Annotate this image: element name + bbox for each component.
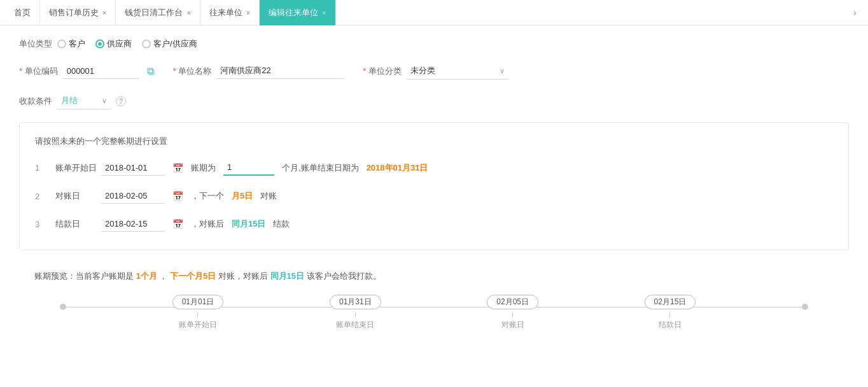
tab-arrow[interactable]: › — [847, 8, 863, 18]
preview-suffix: 该客户会给我打款。 — [307, 271, 381, 281]
timeline-label-1: 01月01日 — [172, 295, 224, 309]
tab-sales-history[interactable]: 销售订单历史 × — [40, 0, 116, 25]
timeline-wrapper: 01月01日 账单开始日 01月31日 账单结束日 02月05日 对账日 — [34, 295, 834, 330]
period-num-input-1[interactable] — [223, 160, 274, 176]
timeline-sublabel-4: 结款日 — [659, 320, 682, 330]
unit-category-select[interactable]: 未分类 ∨ — [407, 62, 508, 80]
timeline-label-3: 02月05日 — [487, 295, 538, 309]
period-num-3: 3 — [35, 220, 48, 229]
calendar-icon-1[interactable]: 📅 — [172, 163, 183, 173]
radio-both[interactable]: 客户/供应商 — [142, 38, 197, 50]
unit-code-input[interactable] — [63, 64, 139, 79]
timeline: 01月01日 账单开始日 01月31日 账单结束日 02月05日 对账日 — [60, 295, 808, 330]
tab-partner-close[interactable]: × — [246, 9, 250, 17]
timeline-label-2: 01月31日 — [330, 295, 381, 309]
radio-supplier-label: 供应商 — [107, 38, 132, 50]
main-content: 单位类型 客户 供应商 客户/供应商 单位编码 ⧉ — [0, 25, 868, 387]
period-text-2b: 对账 — [260, 190, 277, 202]
preview-p2: 下一个月5日 — [170, 271, 216, 281]
timeline-dot-start — [60, 304, 66, 310]
unit-code-label: 单位编码 — [19, 66, 58, 77]
period-label-3: 结款日 — [55, 218, 94, 230]
unit-name-label: 单位名称 — [173, 66, 212, 77]
timeline-dot-end — [802, 304, 808, 310]
timeline-tick-2 — [355, 312, 356, 317]
payment-row: 收款条件 月结 ∨ ? — [19, 92, 849, 109]
preview-prefix: 账期预览：当前客户账期是 — [34, 271, 134, 281]
timeline-point-4: 02月15日 结款日 — [645, 295, 696, 330]
help-icon[interactable]: ? — [116, 96, 126, 106]
calendar-icon-2[interactable]: 📅 — [172, 191, 183, 201]
radio-supplier-circle — [95, 39, 104, 48]
period-card-title: 请按照未来的一个完整帐期进行设置 — [35, 136, 833, 147]
period-num-1: 1 — [35, 163, 48, 172]
preview-sep1: ， — [159, 271, 167, 281]
radio-customer[interactable]: 客户 — [57, 38, 85, 50]
period-text-2a: ，下一个 — [191, 190, 224, 202]
period-date-input-1[interactable] — [101, 160, 165, 176]
tab-bar: 首页 销售订单历史 × 钱货日清工作台 × 往来单位 × 编辑往来单位 × › — [0, 0, 868, 25]
timeline-end-dot — [802, 295, 808, 310]
period-highlight-3: 同月15日 — [232, 218, 265, 230]
radio-customer-circle — [57, 39, 66, 48]
period-highlight-2: 月5日 — [232, 190, 253, 202]
preview-sep2: 对账，对账后 — [218, 271, 268, 281]
unit-category-value: 未分类 — [410, 65, 497, 76]
unit-code-group: 单位编码 ⧉ — [19, 64, 154, 79]
timeline-tick-4 — [669, 312, 670, 317]
period-num-2: 2 — [35, 192, 48, 201]
period-row-3: 3 结款日 📅 ，对账后 同月15日 结款 — [35, 216, 833, 232]
period-text-3b: 结款 — [273, 218, 290, 230]
tab-sales-history-label: 销售订单历史 — [49, 7, 99, 18]
payment-select[interactable]: 月结 ∨ — [57, 92, 111, 109]
timeline-start-dot — [60, 295, 66, 310]
preview-p3: 同月15日 — [270, 271, 304, 281]
unit-name-input[interactable] — [216, 64, 344, 79]
tab-cashflow[interactable]: 钱货日清工作台 × — [116, 0, 200, 25]
tab-cashflow-close[interactable]: × — [186, 9, 190, 17]
timeline-sublabel-1: 账单开始日 — [179, 320, 217, 330]
tab-partner-label: 往来单位 — [209, 7, 242, 18]
unit-category-label: 单位分类 — [363, 66, 402, 77]
timeline-point-1: 01月01日 账单开始日 — [172, 295, 224, 330]
period-card: 请按照未来的一个完整帐期进行设置 1 账单开始日 📅 账期为 个月,账单结束日期… — [19, 122, 849, 250]
timeline-sublabel-2: 账单结束日 — [336, 320, 374, 330]
tab-home[interactable]: 首页 — [5, 0, 40, 25]
period-date-input-3[interactable] — [101, 216, 165, 232]
period-date-input-2[interactable] — [101, 188, 165, 204]
timeline-label-4: 02月15日 — [645, 295, 696, 309]
tab-edit-partner-close[interactable]: × — [322, 9, 326, 17]
unit-type-row: 单位类型 客户 供应商 客户/供应商 — [19, 38, 849, 50]
timeline-sublabel-3: 对账日 — [501, 320, 524, 330]
payment-label: 收款条件 — [19, 95, 52, 107]
period-row-1: 1 账单开始日 📅 账期为 个月,账单结束日期为 2018年01月31日 — [35, 160, 833, 176]
radio-supplier[interactable]: 供应商 — [95, 38, 132, 50]
period-label-1: 账单开始日 — [55, 162, 94, 174]
period-text-3a: ，对账后 — [191, 218, 224, 230]
timeline-point-2: 01月31日 账单结束日 — [330, 295, 381, 330]
unit-type-group: 单位类型 客户 供应商 客户/供应商 — [19, 38, 197, 50]
tab-home-label: 首页 — [14, 7, 31, 18]
period-label-2: 对账日 — [55, 190, 94, 202]
payment-value: 月结 — [61, 95, 99, 106]
unit-name-group: 单位名称 — [173, 64, 344, 79]
unit-category-group: 单位分类 未分类 ∨ — [363, 62, 508, 80]
payment-group: 收款条件 月结 ∨ ? — [19, 92, 126, 109]
preview-p1: 1个月 — [136, 271, 157, 281]
payment-chevron-icon: ∨ — [102, 97, 107, 105]
period-end-date-1: 2018年01月31日 — [367, 162, 428, 174]
radio-both-label: 客户/供应商 — [153, 38, 197, 50]
category-chevron-icon: ∨ — [500, 67, 505, 75]
copy-icon[interactable]: ⧉ — [147, 66, 154, 77]
radio-group: 客户 供应商 客户/供应商 — [57, 38, 197, 50]
tab-sales-history-close[interactable]: × — [102, 9, 106, 17]
timeline-point-3: 02月05日 对账日 — [487, 295, 538, 330]
calendar-icon-3[interactable]: 📅 — [172, 219, 183, 229]
tab-edit-partner[interactable]: 编辑往来单位 × — [260, 0, 335, 25]
period-text-1a: 账期为 — [191, 162, 216, 174]
unit-info-row: 单位编码 ⧉ 单位名称 单位分类 未分类 ∨ — [19, 62, 849, 80]
tab-partner[interactable]: 往来单位 × — [200, 0, 260, 25]
radio-customer-label: 客户 — [69, 38, 85, 50]
period-row-2: 2 对账日 📅 ，下一个 月5日 对账 — [35, 188, 833, 204]
radio-both-circle — [142, 39, 151, 48]
